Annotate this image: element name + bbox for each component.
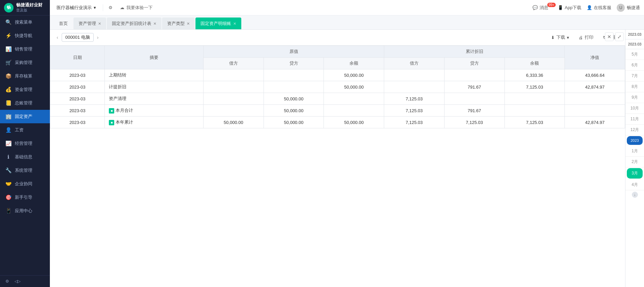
sidebar-label-guide: 新手引导 xyxy=(15,194,32,200)
col-group-original: 原值 xyxy=(203,46,384,58)
panel-expand-button[interactable]: ⤢ xyxy=(615,32,624,41)
sidebar-item-system[interactable]: 🔧 系统管理 xyxy=(0,164,50,177)
app-download-label: App下载 xyxy=(565,5,581,11)
user-icon: U xyxy=(617,4,625,12)
sidebar-item-base-info[interactable]: ℹ 基础信息 xyxy=(0,150,50,164)
timeline-item[interactable]: 4月 xyxy=(625,180,644,190)
sidebar-item-payroll[interactable]: 👤 工资 xyxy=(0,123,50,137)
timeline-item[interactable]: 11月 xyxy=(625,114,644,125)
timeline-item[interactable]: 12月 xyxy=(625,125,644,135)
sidebar-item-fixed-assets[interactable]: 🏢 固定资产 xyxy=(0,110,50,123)
sidebar-icon-cooperation: 🤝 xyxy=(5,181,11,187)
timeline-header-1[interactable]: 2023.03 xyxy=(625,30,644,39)
table-cell: 7,125.03 xyxy=(384,93,444,105)
timeline-item[interactable]: 2023 xyxy=(627,136,643,145)
sidebar-item-quick-nav[interactable]: ⚡ 快捷导航 xyxy=(0,29,50,42)
message-button[interactable]: 💬 消息 99+ xyxy=(532,5,552,11)
content-area: ‹ 000001 电脑 › ⬇ 下载 ▾ 🖨 打印 xyxy=(50,30,644,287)
timeline-item[interactable]: 5月 xyxy=(625,49,644,60)
sidebar-label-ledger: 总账管理 xyxy=(15,100,32,106)
tab-asset-detail[interactable]: 固定资产明细账 ✕ xyxy=(195,18,241,29)
sidebar-icon-guide: 🎯 xyxy=(5,194,11,200)
sidebar-item-search[interactable]: 🔍 搜索菜单 xyxy=(0,15,50,29)
tab-home-label: 首页 xyxy=(59,21,68,27)
timeline-item[interactable]: 2月 xyxy=(625,157,644,167)
sidebar-nav: 🔍 搜索菜单⚡ 快捷导航📊 销售管理🛒 采购管理📦 库存核算💰 资金管理📒 总账… xyxy=(0,15,50,275)
row-tag-icon: ■ xyxy=(109,120,114,125)
company-selector[interactable]: 医疗器械行业演示 ▾ xyxy=(54,3,99,12)
sidebar-item-purchase[interactable]: 🛒 采购管理 xyxy=(0,56,50,69)
print-icon: 🖨 xyxy=(579,35,583,40)
sidebar-item-ledger[interactable]: 📒 总账管理 xyxy=(0,96,50,110)
tab-home[interactable]: 首页 xyxy=(54,18,73,29)
timeline-item[interactable]: 10月 xyxy=(625,103,644,114)
table-cell: 50,000.00 xyxy=(264,117,324,128)
main-content: ‹ 000001 电脑 › ⬇ 下载 ▾ 🖨 打印 xyxy=(50,30,644,287)
next-asset-button[interactable]: › xyxy=(96,34,100,41)
table-cell xyxy=(264,81,324,93)
sidebar-icon-business: 📈 xyxy=(5,140,11,147)
table-cell xyxy=(444,93,504,105)
download-icon: ⬇ xyxy=(551,35,555,40)
sidebar-label-business: 经营管理 xyxy=(15,140,32,147)
sidebar-item-app-center[interactable]: 📱 应用中心 xyxy=(0,204,50,218)
table-cell: 42,874.97 xyxy=(565,81,625,93)
table-cell-summary: ■本年累计 xyxy=(105,117,203,128)
sidebar-item-guide[interactable]: 🎯 新手引导 xyxy=(0,191,50,204)
sidebar-label-fixed-assets: 固定资产 xyxy=(15,114,32,120)
timeline-item[interactable]: 6月 xyxy=(625,60,644,71)
tabbar: 首页 资产管理 ✕ 固定资产折旧统计表 ✕ 资产类型 ✕ 固定资产明细账 ✕ xyxy=(50,15,644,30)
col-acc-credit: 贷方 xyxy=(444,58,504,69)
sidebar-item-business[interactable]: 📈 经营管理 xyxy=(0,137,50,150)
sidebar-header: 畅 畅捷通好业财 普及版 xyxy=(0,0,50,15)
user-avatar-button[interactable]: U 畅捷通 xyxy=(617,4,640,12)
timeline-item[interactable]: 8月 xyxy=(625,82,644,92)
tab-depreciation-close[interactable]: ✕ xyxy=(153,22,156,26)
tab-asset-detail-close[interactable]: ✕ xyxy=(233,22,236,26)
sidebar-label-system: 系统管理 xyxy=(15,167,32,173)
tab-asset-type[interactable]: 资产类型 ✕ xyxy=(162,18,195,29)
prev-asset-button[interactable]: ‹ xyxy=(55,34,60,41)
sidebar-item-inventory[interactable]: 📦 库存核算 xyxy=(0,69,50,83)
sidebar-item-cooperation[interactable]: 🤝 企业协同 xyxy=(0,177,50,191)
timeline-item[interactable]: 3月 xyxy=(627,168,643,179)
table-row: 2023-03■本年累计50,000.0050,000.0050,000.007… xyxy=(50,117,625,128)
experience-button[interactable]: ☁ 我要体验一下 xyxy=(117,3,156,12)
topbar-setting-button[interactable]: ⚙ xyxy=(107,4,114,11)
gear-icon: ⚙ xyxy=(109,5,113,10)
download-button[interactable]: ⬇ 下载 ▾ xyxy=(548,33,572,42)
detail-header-left: ‹ 000001 电脑 › xyxy=(55,33,100,42)
table-cell-summary: 资产清理 xyxy=(105,93,203,105)
ledger-table: 日期 摘要 原值 累计折旧 净值 借方 贷方 余额 借方 xyxy=(50,45,625,128)
table-cell: 7,125.03 xyxy=(504,81,565,93)
asset-nav: ‹ 000001 电脑 › xyxy=(55,33,100,42)
table-cell: 2023-03 xyxy=(50,69,105,81)
sidebar-collapse-icon[interactable]: ◁▷ xyxy=(14,279,21,284)
online-service-button[interactable]: 👤 在线客服 xyxy=(587,5,611,11)
table-cell: 791.67 xyxy=(444,105,504,117)
table-cell: 43,666.64 xyxy=(565,69,625,81)
timeline-item[interactable]: 9月 xyxy=(625,92,644,103)
sidebar-item-finance[interactable]: 💰 资金管理 xyxy=(0,83,50,96)
ledger-table-wrap: 日期 摘要 原值 累计折旧 净值 借方 贷方 余额 借方 xyxy=(50,45,625,287)
panel-close-button[interactable]: ✕ xyxy=(605,32,614,41)
sidebar-settings-icon[interactable]: ⚙ xyxy=(5,279,9,284)
tab-depreciation-table[interactable]: 固定资产折旧统计表 ✕ xyxy=(107,18,161,29)
sidebar-label-cooperation: 企业协同 xyxy=(15,181,32,187)
tab-asset-management-close[interactable]: ✕ xyxy=(98,22,101,26)
sidebar-label-app-center: 应用中心 xyxy=(15,208,32,214)
sidebar-item-sales[interactable]: 📊 销售管理 xyxy=(0,42,50,56)
timeline-collapse-button[interactable]: ↓ xyxy=(632,192,638,198)
print-button[interactable]: 🖨 打印 xyxy=(576,33,596,42)
timeline-item[interactable]: 7月 xyxy=(625,71,644,82)
table-cell xyxy=(203,69,264,81)
sidebar-label-sales: 销售管理 xyxy=(15,46,32,52)
tab-asset-management[interactable]: 资产管理 ✕ xyxy=(73,18,106,29)
tab-asset-type-close[interactable]: ✕ xyxy=(187,22,190,26)
table-cell xyxy=(203,81,264,93)
app-download-button[interactable]: 📱 App下载 xyxy=(558,5,581,11)
timeline-item[interactable]: 1月 xyxy=(625,146,644,157)
table-cell: 2023-03 xyxy=(50,117,105,128)
timeline-header-2[interactable]: 2023.03 xyxy=(625,39,644,49)
sidebar-icon-inventory: 📦 xyxy=(5,73,11,79)
